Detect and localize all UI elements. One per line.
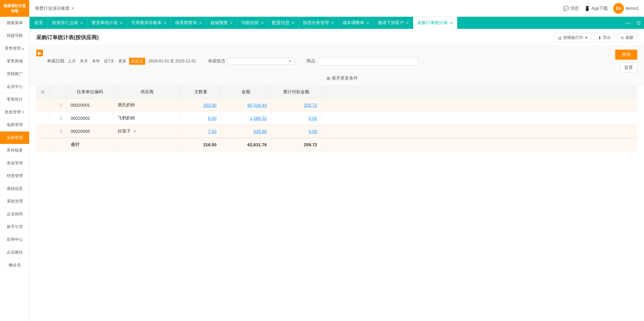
cell-qty[interactable]: 6.00: [180, 112, 221, 125]
table-settings-icon[interactable]: ⚙: [41, 89, 45, 95]
sidebar-item-members[interactable]: 会员中心: [0, 81, 29, 93]
cell-checkbox: [36, 112, 50, 125]
filter-status-select[interactable]: ▼: [227, 58, 294, 65]
tab-available-stock[interactable]: 可用量库存账本 ✕: [127, 17, 171, 29]
tab-overstock[interactable]: 超储预警 ✕: [206, 17, 237, 29]
tab-close-icon[interactable]: ✕: [261, 21, 264, 25]
cell-qty[interactable]: 7.00: [180, 125, 221, 138]
page-title: 采购订单统计表(按供应商): [36, 34, 99, 41]
sidebar-item-wholesale[interactable]: 批发管理 ▼: [0, 106, 29, 119]
tab-purchase-order-stats[interactable]: 采购订单统计表 ✕: [413, 17, 457, 29]
sidebar-item-retail-manage[interactable]: 零售管理 ▲: [0, 42, 29, 55]
sidebar-item-vip[interactable]: 畅会员: [0, 259, 29, 272]
page-content: 采购订单统计表(按供应商) 🖨 按模板打印 ▼ ⬇ 导出 ↻ 刷新: [30, 29, 644, 321]
table-row: 2 00020002 飞鹤奶粉 6.00 1,586.52 0.00: [36, 112, 637, 125]
tab-restore-btn[interactable]: ⊡: [633, 17, 644, 29]
sidebar-item-label: 会员中心: [7, 84, 23, 89]
sidebar-item-collab[interactable]: 企业协同: [0, 208, 29, 221]
filter-date-label: 单据日期: [47, 58, 64, 64]
message-btn[interactable]: 💬 消息: [563, 5, 579, 11]
chevron-down-icon: ▼: [288, 59, 291, 63]
tab-minimize-btn[interactable]: —: [623, 17, 633, 29]
tab-close-icon[interactable]: ✕: [291, 21, 294, 25]
tab-warranty[interactable]: 保质期查询 ✕: [171, 17, 206, 29]
query-button[interactable]: 查询: [615, 50, 637, 60]
tab-close-icon[interactable]: ✕: [199, 21, 202, 25]
print-icon: 🖨: [558, 36, 562, 40]
sidebar-item-system[interactable]: 系统管理: [0, 195, 29, 208]
sidebar-item-wechat[interactable]: 企业微信: [0, 246, 29, 259]
tab-label: 功能说明: [241, 20, 259, 26]
sidebar-item-label: 快捷导航: [7, 33, 23, 38]
cell-paid[interactable]: 259.72: [271, 99, 321, 112]
tab-close-icon[interactable]: ✕: [331, 21, 334, 25]
app-download-icon: 📱: [584, 6, 590, 11]
sidebar-item-retail-stats[interactable]: 零售统计: [0, 93, 29, 106]
filter-date-7days[interactable]: 近7天: [103, 58, 116, 65]
filter-row: 单据日期 上月 本月 本年 近7天 更多 自定义 2016-01-01 至 20…: [47, 50, 637, 72]
print-arrow-icon: ▼: [585, 36, 588, 40]
cell-paid[interactable]: 0.00: [271, 112, 321, 125]
tab-pick-task[interactable]: 拣货任务管理 ✕: [299, 17, 338, 29]
filter-toggle-btn[interactable]: ▶: [36, 50, 43, 56]
refresh-button[interactable]: ↻ 刷新: [617, 33, 637, 43]
tab-close-icon[interactable]: ✕: [80, 21, 83, 25]
tab-receive-summary[interactable]: 收发存汇总表 ✕: [48, 17, 88, 29]
filter-goods-item: 商品 ···: [307, 57, 425, 65]
sidebar-item-operations[interactable]: 经营管理: [0, 170, 29, 182]
export-button[interactable]: ⬇ 导出: [594, 33, 614, 43]
filter-date-this-month[interactable]: 本月: [78, 58, 89, 65]
print-button[interactable]: 🖨 按模板打印 ▼: [554, 33, 592, 43]
tab-order-stats[interactable]: 要货单统计表 ✕: [88, 17, 127, 29]
footer-supplier-cell: [113, 138, 180, 151]
tab-close-icon[interactable]: ✕: [164, 21, 167, 25]
cell-code: 00020002: [66, 112, 113, 125]
filter-expand-btn[interactable]: ⊞ 展开更多条件: [327, 75, 358, 81]
sidebar-item-inventory[interactable]: 库存核算: [0, 144, 29, 157]
sidebar-item-marketing[interactable]: 营销推广: [0, 68, 29, 81]
tab-label: 保质期查询: [175, 20, 197, 26]
cell-extra: [321, 112, 637, 125]
tab-label: 邀请下游客户: [378, 20, 404, 26]
app-download-btn[interactable]: 📱 App下载: [584, 5, 608, 11]
cell-paid[interactable]: 0.00: [271, 125, 321, 138]
sidebar-item-search[interactable]: 搜索菜单: [0, 17, 29, 30]
sidebar-item-retail-store[interactable]: 零售商城: [0, 55, 29, 68]
sidebar-item-label: 应用中心: [7, 237, 23, 242]
sidebar-item-ecommerce[interactable]: 电商管理: [0, 119, 29, 131]
cell-checkbox: [36, 99, 50, 112]
filter-date-last-month[interactable]: 上月: [66, 58, 77, 65]
tab-config[interactable]: 配置信息 ✕: [268, 17, 299, 29]
tab-close-icon[interactable]: ✕: [230, 21, 233, 25]
settings-button[interactable]: 设置: [620, 62, 637, 72]
sidebar-item-finance[interactable]: 资金管理: [0, 157, 29, 170]
tab-home[interactable]: 首页: [30, 17, 48, 29]
tab-close-icon[interactable]: ✕: [450, 21, 453, 25]
sidebar-item-basics[interactable]: 基础信息: [0, 182, 29, 195]
filter-date-custom-badge[interactable]: 自定义: [129, 58, 145, 65]
cell-amount[interactable]: 1,586.52: [221, 112, 271, 125]
app-logo[interactable]: 畅捷通好生意 标版: [0, 0, 29, 17]
tab-close-icon[interactable]: ✕: [366, 21, 369, 25]
cell-qty[interactable]: 303.00: [180, 99, 221, 112]
print-label: 按模板打印: [563, 35, 583, 41]
cell-amount[interactable]: 60,519.44: [221, 99, 271, 112]
cell-amount[interactable]: 525.80: [221, 125, 271, 138]
cell-extra: [321, 99, 637, 112]
tab-close-icon[interactable]: ✕: [406, 21, 409, 25]
workspace-selector[interactable]: 母婴行业演示账套 ▼: [35, 5, 74, 11]
filter-goods-more-icon[interactable]: ···: [421, 59, 425, 64]
tab-cost-adjust[interactable]: 成本调整单 ✕: [338, 17, 374, 29]
tab-close-icon[interactable]: ✕: [120, 21, 123, 25]
tab-function-desc[interactable]: 功能说明 ✕: [237, 17, 268, 29]
filter-goods-input[interactable]: [317, 57, 418, 65]
sidebar-item-purchase[interactable]: 采购管理: [0, 131, 29, 144]
sidebar-item-newbie[interactable]: 新手引导: [0, 221, 29, 233]
sidebar-item-appcenter[interactable]: 应用中心: [0, 233, 29, 246]
user-profile[interactable]: Ea demo2: [613, 3, 639, 14]
tab-invite-downstream[interactable]: 邀请下游客户 ✕: [374, 17, 413, 29]
sidebar-item-label: 系统管理: [7, 199, 23, 204]
sidebar-item-quicknav[interactable]: 快捷导航: [0, 30, 29, 42]
filter-date-more[interactable]: 更多: [117, 58, 128, 65]
filter-date-this-year[interactable]: 本年: [91, 58, 101, 65]
